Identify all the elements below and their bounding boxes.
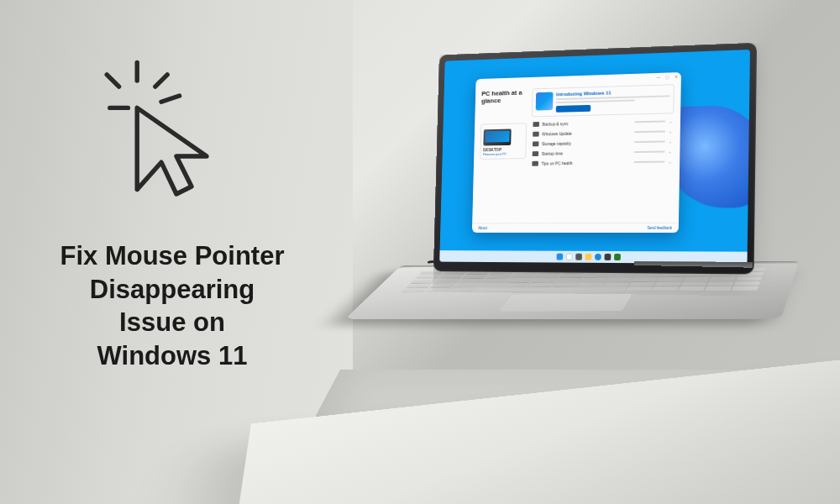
- task-view-icon: [575, 254, 582, 260]
- list-item: Windows Update⌄: [531, 127, 674, 138]
- list-item: Startup time⌄: [531, 147, 674, 158]
- keyboard: [401, 268, 765, 293]
- cloud-icon: [533, 122, 539, 127]
- close-icon: ✕: [675, 74, 678, 79]
- health-list: Backup & sync⌄ Windows Update⌄ Storage c…: [529, 117, 674, 218]
- trackpad: [499, 294, 632, 312]
- startup-icon: [533, 151, 539, 156]
- maximize-icon: ▢: [665, 74, 669, 79]
- caption-line-4: Windows 11: [34, 339, 311, 373]
- security-icon: [614, 254, 621, 260]
- windows11-bloom-icon: [536, 92, 554, 111]
- laptop-display: — ▢ ✕ PC health at a glance DESKTOP Rena…: [439, 50, 750, 264]
- image-caption: Fix Mouse Pointer Disappearing Issue on …: [34, 239, 311, 373]
- storage-icon: [533, 141, 539, 146]
- feedback-link: Send feedback: [647, 226, 672, 230]
- mouse-pointer-click-icon: [101, 50, 252, 202]
- list-item: Tips on PC health⌄: [530, 157, 673, 167]
- pc-health-check-window: — ▢ ✕ PC health at a glance DESKTOP Rena…: [472, 72, 681, 233]
- caption-line-3: Issue on: [34, 306, 311, 339]
- minimize-icon: —: [656, 75, 660, 80]
- caption-line-1: Fix Mouse Pointer: [34, 239, 311, 273]
- store-icon: [605, 254, 612, 260]
- device-card: DESKTOP Rename your PC: [480, 123, 527, 160]
- svg-line-3: [155, 75, 167, 87]
- chevron-down-icon: ⌄: [669, 139, 672, 144]
- tips-icon: [532, 161, 538, 166]
- about-link: About: [478, 226, 487, 230]
- check-now-button: [556, 105, 591, 113]
- app-heading: PC health at a glance: [481, 89, 528, 105]
- promo-image: Fix Mouse Pointer Disappearing Issue on …: [0, 0, 840, 504]
- chevron-down-icon: ⌄: [669, 129, 672, 134]
- app-footer: About Send feedback: [472, 223, 679, 233]
- laptop-base: [344, 262, 798, 319]
- chevron-down-icon: ⌄: [668, 159, 671, 164]
- list-item: Storage capacity⌄: [531, 137, 674, 148]
- laptop: — ▢ ✕ PC health at a glance DESKTOP Rena…: [395, 46, 823, 416]
- search-icon: [566, 254, 573, 260]
- caption-line-2: Disappearing: [34, 273, 311, 307]
- svg-line-4: [161, 96, 180, 102]
- chevron-down-icon: ⌄: [669, 149, 672, 154]
- laptop-screen-bezel: — ▢ ✕ PC health at a glance DESKTOP Rena…: [433, 43, 757, 275]
- rename-link: Rename your PC: [483, 151, 523, 156]
- device-thumbnail-icon: [483, 129, 511, 146]
- file-explorer-icon: [585, 254, 592, 260]
- update-icon: [533, 132, 539, 137]
- start-icon: [557, 254, 564, 260]
- windows11-promo-card: Introducing Windows 11: [532, 84, 675, 117]
- chevron-down-icon: ⌄: [669, 118, 672, 123]
- edge-icon: [595, 254, 601, 260]
- svg-line-2: [107, 75, 118, 87]
